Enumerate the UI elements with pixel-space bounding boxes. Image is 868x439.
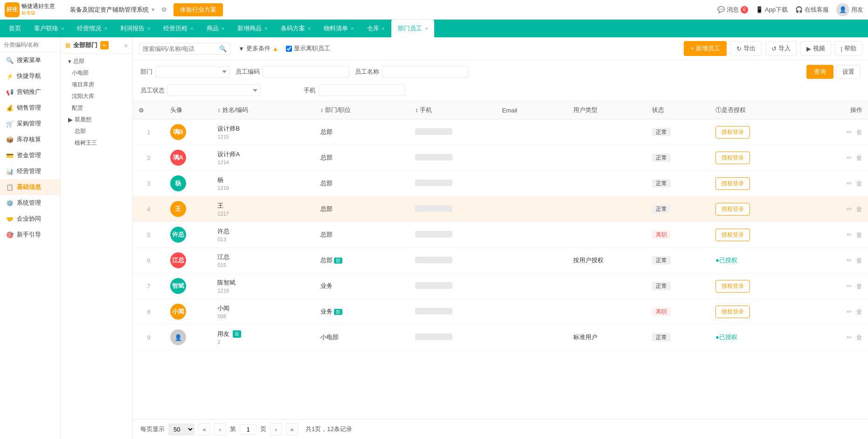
collapse-btn[interactable]: « <box>124 42 128 49</box>
dept-edit-icon[interactable]: ✏ <box>100 41 109 49</box>
sidebar-item-system[interactable]: ⚙️系统管理 <box>0 195 60 211</box>
dept-tree-item-zhishu[interactable]: 植树王三 <box>61 137 132 149</box>
tab-profit[interactable]: 利润报告× <box>114 20 157 37</box>
trial-button[interactable]: 体验行业方案 <box>174 3 223 16</box>
emp-status-select[interactable] <box>167 84 261 96</box>
prev-page-btn[interactable]: ‹ <box>214 423 226 435</box>
auth-btn-6[interactable]: 授权登录 <box>715 280 750 293</box>
tab-customer[interactable]: 客户联络× <box>28 20 70 37</box>
per-page-select[interactable]: 50 100 <box>168 424 194 435</box>
dept-tree-item-project[interactable]: 项目库房 <box>61 79 132 91</box>
sidebar-item-business[interactable]: 📊经营管理 <box>0 163 60 179</box>
edit-icon-6[interactable]: ✏ <box>847 282 852 290</box>
sidebar-item-search[interactable]: 🔍搜索菜单 <box>0 52 60 68</box>
tab-employees[interactable]: 部门员工× <box>391 20 434 37</box>
auth-btn-0[interactable]: 授权登录 <box>715 126 750 139</box>
tab-barcode[interactable]: 条码方案× <box>274 20 317 37</box>
row-auth-2[interactable]: 授权登录 <box>710 171 805 196</box>
edit-icon-4[interactable]: ✏ <box>847 231 852 238</box>
delete-icon-6[interactable]: 🗑 <box>856 282 862 290</box>
sidebar-item-purchase[interactable]: 🛒采购管理 <box>0 116 60 132</box>
sidebar-item-inventory[interactable]: 📦库存核算 <box>0 132 60 147</box>
row-auth-8[interactable]: ●已授权 <box>710 325 805 350</box>
page-input[interactable] <box>240 424 257 435</box>
auth-btn-2[interactable]: 授权登录 <box>715 177 750 190</box>
export-btn[interactable]: ↻ 导出 <box>730 41 762 56</box>
edit-icon-1[interactable]: ✏ <box>847 154 852 161</box>
row-auth-3[interactable]: 授权登录 <box>710 196 805 222</box>
row-auth-1[interactable]: 授权登录 <box>710 145 805 171</box>
tab-new-goods[interactable]: 新增商品× <box>231 20 274 37</box>
edit-icon-0[interactable]: ✏ <box>847 128 852 136</box>
row-auth-4[interactable]: 授权登录 <box>710 222 805 248</box>
delete-icon-8[interactable]: 🗑 <box>856 334 862 341</box>
col-name[interactable]: ↕ 姓名/编码 <box>212 101 314 119</box>
tab-operation[interactable]: 经营情况× <box>70 20 113 37</box>
first-page-btn[interactable]: « <box>198 423 210 435</box>
sidebar-search-input[interactable] <box>4 42 61 48</box>
tab-bom[interactable]: 物料清单× <box>317 20 360 37</box>
row-auth-0[interactable]: 授权登录 <box>710 119 805 145</box>
delete-icon-0[interactable]: 🗑 <box>856 128 862 136</box>
dept-tree-item-shuanglu[interactable]: ▶ 双鹿想 <box>61 114 132 125</box>
dept-tree-item-shenyang[interactable]: 沈阳大库 <box>61 91 132 102</box>
delete-icon-5[interactable]: 🗑 <box>856 257 862 264</box>
dept-tree-item-xiaodian[interactable]: 小电部 <box>61 67 132 79</box>
dept-select[interactable] <box>155 66 230 78</box>
import-btn[interactable]: ↺ 导入 <box>765 41 797 56</box>
app-download-btn[interactable]: 📱 App下载 <box>756 6 788 14</box>
emp-name-input[interactable] <box>382 66 469 78</box>
help-btn[interactable]: | 帮助 <box>835 41 862 56</box>
user-area[interactable]: 👤 用友 <box>836 3 863 16</box>
sidebar-item-marketing[interactable]: 📢营销推广 <box>0 84 60 100</box>
col-usertype: 用户类型 <box>568 101 646 119</box>
tab-history[interactable]: 经营历程× <box>157 20 200 37</box>
delete-icon-4[interactable]: 🗑 <box>856 231 862 238</box>
edit-icon-5[interactable]: ✏ <box>847 257 852 264</box>
row-auth-6[interactable]: 授权登录 <box>710 273 805 299</box>
delete-icon-7[interactable]: 🗑 <box>856 308 862 315</box>
phone-input[interactable] <box>319 84 405 96</box>
auth-btn-3[interactable]: 授权登录 <box>715 203 750 216</box>
add-employee-btn[interactable]: + 新增员工 <box>684 41 726 56</box>
show-resigned-checkbox[interactable] <box>286 46 292 52</box>
sidebar-item-quicknav[interactable]: ⚡快捷导航 <box>0 68 60 84</box>
row-auth-5[interactable]: ●已授权 <box>710 248 805 273</box>
search-input[interactable] <box>143 45 217 52</box>
sidebar-item-basic[interactable]: 📋基础信息 <box>0 179 60 195</box>
delete-icon-1[interactable]: 🗑 <box>856 154 862 161</box>
auth-btn-1[interactable]: 授权登录 <box>715 152 750 164</box>
edit-icon-7[interactable]: ✏ <box>847 308 852 315</box>
show-resigned-label[interactable]: 显示离职员工 <box>286 44 330 53</box>
delete-icon-2[interactable]: 🗑 <box>856 180 862 187</box>
search-btn[interactable]: 查询 <box>806 65 833 79</box>
sidebar-item-sales[interactable]: 💰销售管理 <box>0 100 60 116</box>
sidebar-item-collab[interactable]: 🤝企业协同 <box>0 211 60 227</box>
dept-tree-item-general[interactable]: ▾ 总部 <box>61 56 132 67</box>
online-service-btn[interactable]: 🎧 在线客服 <box>795 6 829 14</box>
col-dept[interactable]: ↕ 部门/职位 <box>315 101 410 119</box>
edit-icon-8[interactable]: ✏ <box>847 334 852 341</box>
config-btn[interactable]: 设置 <box>836 65 861 79</box>
tab-goods[interactable]: 商品× <box>200 20 231 37</box>
edit-icon-3[interactable]: ✏ <box>847 205 852 213</box>
view-btn[interactable]: ▶ 视频 <box>800 41 831 56</box>
sidebar-item-guide[interactable]: 🎯新手引导 <box>0 227 60 243</box>
auth-btn-7[interactable]: 授权登录 <box>715 306 750 318</box>
dept-tree-item-dispatch[interactable]: 配货 <box>61 102 132 114</box>
col-phone[interactable]: ↕ 手机 <box>410 101 496 119</box>
dept-tree-item-zongbu[interactable]: 总部 <box>61 125 132 137</box>
message-btn[interactable]: 💬 消息 6 <box>717 6 748 14</box>
tab-warehouse[interactable]: 仓库× <box>361 20 391 37</box>
auth-btn-4[interactable]: 授权登录 <box>715 229 750 241</box>
row-auth-7[interactable]: 授权登录 <box>710 299 805 325</box>
more-filter-btn[interactable]: ▼ 更多条件 ▲ <box>235 42 282 55</box>
sidebar-item-finance[interactable]: 💳资金管理 <box>0 147 60 163</box>
emp-code-input[interactable] <box>263 66 349 78</box>
tab-home[interactable]: 首页 <box>2 20 28 37</box>
next-page-btn[interactable]: › <box>270 423 282 435</box>
last-page-btn[interactable]: » <box>286 423 298 435</box>
edit-icon-2[interactable]: ✏ <box>847 180 852 187</box>
delete-icon-3[interactable]: 🗑 <box>856 205 862 213</box>
settings-icon[interactable]: ⚙ <box>158 3 171 16</box>
